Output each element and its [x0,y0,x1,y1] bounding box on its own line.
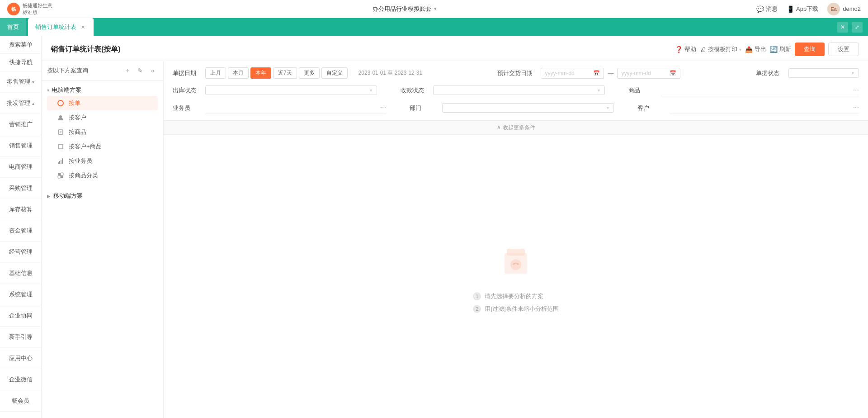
expected-date-start-input[interactable]: yyyy-mm-dd 📅 [541,68,604,79]
scheme-group-desktop-header[interactable]: ▾ 电脑端方案 [47,84,158,96]
product-icon [56,128,65,137]
message-btn[interactable]: 💬 消息 [756,5,778,13]
print-btn[interactable]: 🖨 按模板打印 ▾ [700,45,741,53]
sidebar-item-corp[interactable]: 企业协同 [0,305,41,327]
sidebar-item-sales[interactable]: 销售管理 [0,135,41,157]
sidebar-item-finance[interactable]: 资金管理 [0,220,41,242]
empty-state: 1 请先选择要分析的方案 2 用[过滤]条件来缩小分析范围 [164,135,868,418]
shipment-status-select[interactable]: ▾ [205,86,377,95]
shipment-status-label: 出库状态 [173,86,198,95]
customer-dots[interactable]: ··· [853,104,859,112]
bill-status-select[interactable]: ▾ [788,68,859,78]
sidebar-item-newbie[interactable]: 新手引导 [0,327,41,348]
date-btn-more[interactable]: 更多 [299,67,320,79]
empty-tip-1: 1 请先选择要分析的方案 [473,292,558,300]
logo-icon: 畅 [7,3,20,15]
expected-date-end-input[interactable]: yyyy-mm-dd 📅 [617,68,680,79]
sidebar-item-inventory[interactable]: 库存核算 [0,199,41,220]
salesperson-dots[interactable]: ··· [380,104,386,112]
tab-sales-order-stats[interactable]: 销售订单统计表 ✕ [28,18,94,36]
scheme-group-mobile-header[interactable]: ▶ 移动端方案 [47,190,158,202]
customer-icon [56,113,65,122]
scheme-panel-title: 按以下方案查询 [47,66,88,75]
salesperson-icon [56,157,65,166]
date-btn-this-month[interactable]: 本月 [228,67,249,79]
tab-window-expand-btn[interactable]: ⤢ [852,22,863,33]
tab-home[interactable]: 首页 [0,18,26,36]
scheme-item-by-customer[interactable]: 按客户 [47,110,158,125]
svg-rect-14 [507,249,525,256]
empty-illustration [493,240,538,285]
sidebar-item-basic[interactable]: 基础信息 [0,263,41,284]
customer-input-area: ··· [670,102,859,114]
top-header: 畅 畅捷通好生意 标准版 办公用品行业模拟账套 ▾ 💬 消息 📱 App下载 E… [0,0,868,18]
help-icon: ❓ [675,46,683,53]
sidebar-item-retail[interactable]: 零售管理 ▾ [0,71,41,93]
filter-row-personnel: 业务员 ··· 部门 ▾ 客户 ··· [173,102,859,114]
sidebar-item-quick-nav[interactable]: 快捷导航 [0,54,41,71]
scheme-item-by-salesperson[interactable]: 按业务员 [47,154,158,168]
scheme-item-by-customer-product[interactable]: 按客户+商品 [47,139,158,154]
tab-bar: 首页 销售订单统计表 ✕ ✕ ⤢ [0,18,868,36]
product-dots[interactable]: ··· [853,86,859,94]
tab-window-close-btn[interactable]: ✕ [837,22,848,33]
logo-text: 畅捷通好生意 标准版 [23,2,52,15]
filter-section: 单据日期 上月 本月 本年 近7天 更多 自定义 2023-01-01 至 20… [164,61,868,121]
sidebar-item-wholesale[interactable]: 批发管理 ▴ [0,93,41,114]
svg-rect-8 [62,158,63,164]
tab-close-btn[interactable]: ✕ [79,24,86,31]
collection-status-select[interactable]: ▾ [433,86,605,95]
tip-num-1: 1 [473,292,481,300]
sidebar-item-operation[interactable]: 经营管理 [0,242,41,263]
settings-btn[interactable]: 设置 [828,43,859,56]
svg-rect-5 [58,162,59,164]
scheme-add-btn[interactable]: + [123,66,132,76]
date-btn-this-year[interactable]: 本年 [250,67,271,79]
order-icon [56,99,65,108]
collapse-bar[interactable]: ∧ 收起更多条件 [164,121,868,135]
top-header-right: 💬 消息 📱 App下载 Ea demo2 [756,3,861,15]
scheme-item-by-product-category[interactable]: 按商品分类 [47,168,158,183]
svg-point-15 [510,259,521,270]
user-profile[interactable]: Ea demo2 [827,3,861,15]
chevron-down-icon: ▾ [47,88,49,93]
svg-rect-4 [58,144,63,149]
top-header-left: 畅 畅捷通好生意 标准版 [7,2,52,15]
refresh-btn[interactable]: 🔄 刷新 [770,45,791,53]
tip-num-2: 2 [473,305,481,313]
sidebar-item-purchase[interactable]: 采购管理 [0,178,41,199]
department-select[interactable]: ▾ [442,103,614,113]
filter-content: 单据日期 上月 本月 本年 近7天 更多 自定义 2023-01-01 至 20… [164,61,868,418]
print-chevron-icon: ▾ [739,47,741,52]
workspace-selector[interactable]: 办公用品行业模拟账套 ▾ [373,5,437,13]
date-btn-last-7-days[interactable]: 近7天 [273,67,297,79]
date-btn-custom[interactable]: 自定义 [321,67,348,79]
sidebar-item-member[interactable]: 畅会员 [0,390,41,412]
content-area: 销售订单统计表(按单) ❓ 帮助 🖨 按模板打印 ▾ 📤 导出 🔄 刷新 [42,36,868,418]
sidebar-item-app-center[interactable]: 应用中心 [0,348,41,369]
scheme-group-desktop: ▾ 电脑端方案 按单 按客户 [42,81,163,186]
refresh-icon: 🔄 [770,46,778,53]
scheme-collapse-btn[interactable]: « [148,66,158,76]
app-download-btn[interactable]: 📱 App下载 [787,5,818,13]
sidebar: 搜索菜单 快捷导航 零售管理 ▾ 批发管理 ▴ 营销推广 销售管理 电商管理 采… [0,36,42,418]
scheme-edit-btn[interactable]: ✎ [135,66,145,76]
scheme-panel-icons: + ✎ « [123,66,158,76]
sidebar-item-search-menu[interactable]: 搜索菜单 [0,36,41,54]
scheme-item-by-product[interactable]: 按商品 [47,125,158,139]
query-btn[interactable]: 查询 [795,43,825,56]
sidebar-item-marketing[interactable]: 营销推广 [0,114,41,135]
scheme-item-by-order[interactable]: 按单 [47,96,158,110]
calendar-icon: 📅 [593,70,600,76]
sidebar-item-ecommerce[interactable]: 电商管理 [0,157,41,178]
left-panel-area: 按以下方案查询 + ✎ « ▾ 电脑端方案 [42,61,868,418]
scheme-group-mobile: ▶ 移动端方案 [42,186,163,205]
sidebar-item-corp-wechat[interactable]: 企业微信 [0,369,41,390]
sidebar-item-system[interactable]: 系统管理 [0,284,41,305]
date-btn-last-month[interactable]: 上月 [205,67,226,79]
help-btn[interactable]: ❓ 帮助 [675,45,696,53]
date-btn-group: 上月 本月 本年 近7天 更多 自定义 [205,67,348,79]
export-btn[interactable]: 📤 导出 [745,45,766,53]
chevron-down-icon: ▾ [32,80,34,85]
svg-text:畅: 畅 [11,7,16,12]
